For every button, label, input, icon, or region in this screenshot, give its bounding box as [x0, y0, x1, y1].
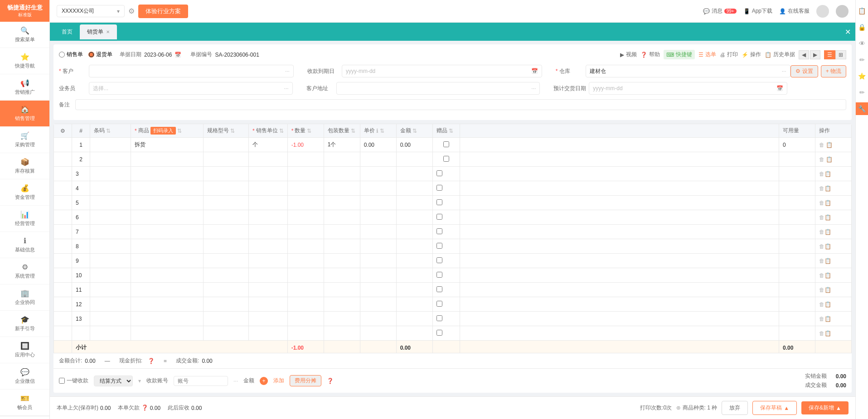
- payment-calendar-icon[interactable]: 📅: [531, 68, 538, 74]
- sidebar-item-inventory[interactable]: 📦 库存核算: [0, 153, 49, 179]
- account-dots[interactable]: ···: [233, 378, 238, 384]
- price-info-icon[interactable]: ℹ: [376, 128, 378, 134]
- save-new-button[interactable]: 保存&新增 ▲: [801, 401, 849, 414]
- print-button[interactable]: 🖨 打印: [720, 51, 738, 58]
- delete-row-icon[interactable]: 🗑: [819, 316, 824, 322]
- gift-checkbox[interactable]: [436, 301, 442, 307]
- grid-view-btn[interactable]: ⊞: [835, 50, 846, 59]
- gift-checkbox[interactable]: [436, 185, 442, 191]
- th-settings[interactable]: ⚙: [54, 124, 72, 138]
- sidebar-item-quick-nav[interactable]: ⭐ 快捷导航: [0, 48, 49, 74]
- copy-row-icon[interactable]: 📋: [826, 156, 833, 163]
- sidebar-item-wechat[interactable]: 💬 企业微信: [0, 363, 49, 390]
- right-panel-edit-icon[interactable]: ✏: [856, 53, 868, 66]
- customer-dots[interactable]: ···: [285, 68, 290, 74]
- gift-checkbox[interactable]: [436, 170, 442, 176]
- delete-row-icon[interactable]: 🗑: [819, 301, 824, 308]
- sort-icon-product[interactable]: ⇅: [177, 128, 182, 134]
- radio-sales[interactable]: 销售单: [59, 51, 83, 58]
- delete-row-icon[interactable]: 🗑: [819, 229, 824, 235]
- settings-panel-button[interactable]: ⚙ 设置: [790, 65, 818, 77]
- delete-row-icon[interactable]: 🗑: [819, 156, 824, 163]
- delete-row-icon[interactable]: 🗑: [819, 243, 824, 250]
- right-panel-eye-icon[interactable]: 👁: [856, 37, 868, 50]
- salesman-dots[interactable]: ···: [284, 85, 289, 92]
- app-download-button[interactable]: 📱 App下载: [743, 7, 772, 15]
- delete-row-icon[interactable]: 🗑: [819, 258, 824, 264]
- copy-row-icon[interactable]: 📋: [824, 272, 831, 279]
- gift-checkbox[interactable]: [443, 141, 449, 147]
- right-panel-lock-icon[interactable]: 🔒: [856, 21, 868, 34]
- method-dropdown-icon[interactable]: ▾: [138, 378, 141, 384]
- radio-return-input[interactable]: [88, 52, 94, 58]
- copy-row-icon[interactable]: 📋: [824, 301, 831, 308]
- delete-row-icon[interactable]: 🗑: [819, 272, 824, 279]
- sidebar-item-marketing[interactable]: 📢 营销推广: [0, 74, 49, 101]
- scan-button[interactable]: 扫码录入: [150, 127, 176, 135]
- message-button[interactable]: 💬 消息 99+: [703, 7, 737, 15]
- warehouse-input[interactable]: 建材仓 ···: [586, 65, 790, 77]
- user-avatar-2[interactable]: [836, 5, 849, 18]
- note-input[interactable]: [75, 99, 846, 110]
- gift-checkbox[interactable]: [436, 272, 442, 278]
- owed-help-icon[interactable]: ❓: [141, 405, 148, 411]
- prev-arrow[interactable]: ◀: [799, 50, 809, 59]
- gift-checkbox[interactable]: [436, 257, 442, 263]
- list-view-btn[interactable]: ☰: [824, 50, 835, 59]
- user-avatar[interactable]: [816, 5, 829, 18]
- right-panel-star-icon[interactable]: ⭐: [856, 70, 868, 82]
- copy-row-icon[interactable]: 📋: [824, 243, 831, 250]
- copy-row-icon[interactable]: 📋: [824, 229, 831, 235]
- sidebar-item-search[interactable]: 🔍 搜索菜单: [0, 22, 49, 48]
- operate-button[interactable]: ⚡ 操作: [742, 51, 761, 58]
- right-panel-orange-icon[interactable]: 🔧: [856, 102, 868, 115]
- sidebar-item-enterprise[interactable]: 🏢 企业协同: [0, 284, 49, 311]
- gift-checkbox[interactable]: [436, 315, 442, 321]
- gift-checkbox[interactable]: [436, 228, 442, 234]
- gift-checkbox[interactable]: [443, 156, 449, 162]
- history-button[interactable]: 📋 历史单据: [765, 51, 795, 58]
- radio-return[interactable]: 退货单: [88, 51, 112, 58]
- delivery-calendar-icon[interactable]: 📅: [776, 85, 783, 92]
- sidebar-item-operations[interactable]: 📊 经营管理: [0, 206, 49, 232]
- method-select[interactable]: 结算方式: [94, 376, 133, 386]
- delete-row-icon[interactable]: 🗑: [819, 330, 824, 337]
- payment-input[interactable]: yyyy-mm-dd 📅: [342, 65, 542, 77]
- add-payment-button[interactable]: +: [260, 377, 268, 385]
- sidebar-item-guide[interactable]: 🎓 新手引导: [0, 311, 49, 337]
- company-selector[interactable]: XXXXXX公司 ▾: [57, 5, 125, 17]
- sort-icon-gift[interactable]: ⇅: [449, 128, 453, 134]
- sort-icon-price[interactable]: ⇅: [380, 128, 384, 134]
- trial-button[interactable]: 体验行业方案: [138, 5, 188, 18]
- help-button[interactable]: ❓ 帮助: [640, 51, 660, 58]
- delete-row-icon[interactable]: 🗑: [819, 214, 824, 221]
- copy-row-icon[interactable]: 📋: [824, 316, 831, 322]
- delete-row-icon[interactable]: 🗑: [819, 185, 824, 192]
- delete-row-icon[interactable]: 🗑: [819, 142, 824, 148]
- sort-icon-unit[interactable]: ⇅: [279, 128, 284, 134]
- select-button[interactable]: ☰ 选单: [698, 51, 716, 58]
- tab-close-icon[interactable]: ✕: [106, 29, 110, 34]
- sidebar-item-basic[interactable]: ℹ 基础信息: [0, 232, 49, 258]
- save-draft-button[interactable]: 保存草稿 ▲: [752, 401, 797, 415]
- abandon-button[interactable]: 放弃: [722, 401, 748, 415]
- sort-icon-pkg[interactable]: ⇅: [351, 128, 355, 134]
- delete-row-icon[interactable]: 🗑: [819, 200, 824, 206]
- logistics-button[interactable]: + 物流: [821, 65, 846, 77]
- delivery-input[interactable]: yyyy-mm-dd 📅: [589, 82, 787, 95]
- expense-button[interactable]: 费用分摊: [290, 375, 321, 386]
- address-input[interactable]: ···: [336, 82, 540, 95]
- one-click-payment[interactable]: 一键收款: [59, 377, 88, 385]
- gift-checkbox[interactable]: [436, 286, 442, 292]
- video-button[interactable]: ▶ 视频: [620, 51, 637, 58]
- gift-checkbox[interactable]: [436, 330, 442, 336]
- delete-row-icon[interactable]: 🗑: [819, 171, 824, 177]
- close-window-icon[interactable]: ✕: [845, 28, 851, 36]
- table-wrapper[interactable]: ⚙ # 条码 ⇅ * 商品: [53, 124, 852, 353]
- gift-checkbox[interactable]: [436, 199, 442, 205]
- copy-row-icon[interactable]: 📋: [824, 214, 831, 221]
- copy-row-icon[interactable]: 📋: [826, 142, 833, 148]
- sidebar-item-system[interactable]: ⚙ 系统管理: [0, 258, 49, 284]
- gift-checkbox[interactable]: [436, 243, 442, 249]
- copy-row-icon[interactable]: 📋: [824, 185, 831, 192]
